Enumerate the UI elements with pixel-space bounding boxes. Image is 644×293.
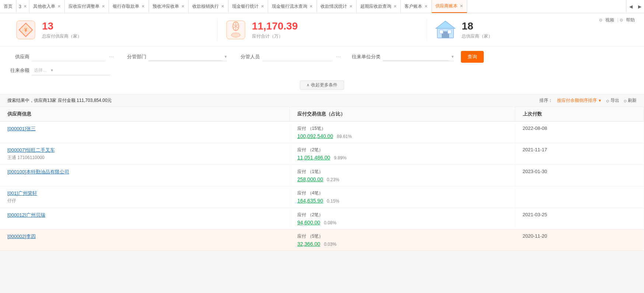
supplier-link-1[interactable]: [000007]恒旺二手叉车 <box>7 147 55 153</box>
supplier-link-4[interactable]: [000012]广州贝瑞 <box>7 212 45 218</box>
close-cash-bank-stat[interactable]: ✕ <box>261 4 264 9</box>
payable-amount-2[interactable]: 258,000.00 <box>297 176 323 182</box>
close-customer-account[interactable]: ✕ <box>424 4 428 9</box>
close-supplier-account[interactable]: ✕ <box>460 4 463 8</box>
payable-amount-0[interactable]: 100,092,540.00 <box>297 133 333 139</box>
close-cash-bank-flow[interactable]: ✕ <box>309 4 313 9</box>
nav-arrows: ◀ ▶ <box>626 0 644 13</box>
tab-home[interactable]: 首页 <box>0 0 17 13</box>
cell-last-pay-2: 2023-01-30 <box>515 165 644 186</box>
tab-cash-bank-stat[interactable]: 现金银行统计 ✕ <box>228 0 268 13</box>
filter-supplier-input[interactable] <box>32 53 105 61</box>
collapse-label: 收起更多条件 <box>311 82 337 88</box>
tab-overdue-collect[interactable]: 超期应收款查询 ✕ <box>357 0 401 13</box>
tab-bank-deposit[interactable]: 银行存取款单 ✕ <box>109 0 149 13</box>
help-link[interactable]: 帮助 <box>626 17 635 23</box>
video-link[interactable]: 视频 <box>605 17 614 23</box>
filter-supplier-more[interactable]: ··· <box>109 54 114 60</box>
nav-arrow-left[interactable]: ◀ <box>626 0 635 13</box>
supplier-link-2[interactable]: [000100]本特勤油品有限公司 <box>7 169 69 175</box>
tab-advance-collect-label: 预收冲应收单 <box>153 3 179 10</box>
close-collect-verify[interactable]: ✕ <box>221 4 224 9</box>
cell-supplier-info-5: [000002]李四 <box>0 230 290 251</box>
tab-advance-collect[interactable]: 预收冲应收单 ✕ <box>149 0 189 13</box>
stat-info-3: 18 总供应商（家） <box>462 20 493 39</box>
stat-icon-2 <box>225 19 247 41</box>
filter-unit-class-dropdown[interactable]: ▼ <box>451 55 454 59</box>
tab-cash-bank-flow[interactable]: 现金银行流水查询 ✕ <box>268 0 317 13</box>
close-advance-collect[interactable]: ✕ <box>181 4 185 9</box>
tab-ap-adjust-label: 应收应付调整单 <box>69 3 99 10</box>
filter-balance-label: 往来余额 <box>7 67 29 74</box>
tab-3[interactable]: 3 ✕ <box>17 0 29 13</box>
stat-icon-1: ¥ <box>15 19 37 41</box>
filter-dept-dropdown-icon[interactable]: ▼ <box>224 55 227 59</box>
table-header: 供应商信息 应付交易信息（占比） 上次付数 <box>0 107 644 121</box>
close-tab-3[interactable]: ✕ <box>24 4 27 9</box>
filter-person-input[interactable] <box>262 53 332 61</box>
payable-amount-1[interactable]: 11,051,486.00 <box>297 155 330 161</box>
payable-amount-4[interactable]: 94,600.00 <box>297 220 320 225</box>
collapse-button[interactable]: ∧ 收起更多条件 <box>300 80 344 90</box>
tab-customer-account-label: 客户账本 <box>405 3 422 10</box>
table-row: [000007]恒旺二手叉车王通 17106110000应付 （2笔）11,05… <box>0 143 644 165</box>
export-label: 导出 <box>610 97 619 104</box>
top-right-links: ⊙ 视频 | ⊙ 帮助 <box>599 17 637 23</box>
supplier-link-5[interactable]: [000002]李四 <box>7 234 36 239</box>
payable-amount-3[interactable]: 164,635.90 <box>297 198 323 204</box>
tab-ap-adjust[interactable]: 应收应付调整单 ✕ <box>65 0 109 13</box>
export-button[interactable]: ○ 导出 <box>606 97 619 104</box>
close-other-income[interactable]: ✕ <box>57 4 61 9</box>
svg-point-9 <box>231 33 240 37</box>
close-ap-adjust[interactable]: ✕ <box>102 4 105 9</box>
payable-label-0: 应付 （15笔） <box>297 125 508 132</box>
filter-person-more[interactable]: ··· <box>336 54 341 60</box>
cell-payable-info-0: 应付 （15笔）100,092,540.0089.61% <box>290 121 515 143</box>
tab-customer-account[interactable]: 客户账本 ✕ <box>401 0 432 13</box>
sort-select[interactable]: 按应付余额倒序排序 ▼ <box>557 97 602 104</box>
stat-icon-3 <box>434 19 456 41</box>
filter-balance-dropdown[interactable]: ▼ <box>50 68 54 72</box>
refresh-label: 刷新 <box>628 97 637 104</box>
filter-balance-placeholder[interactable]: 选择... <box>32 66 49 75</box>
tab-collect-verify[interactable]: 收款核销执行 ✕ <box>189 0 228 13</box>
tab-home-label: 首页 <box>4 3 13 10</box>
search-button[interactable]: 查询 <box>461 51 484 63</box>
supplier-table: 供应商信息 应付交易信息（占比） 上次付数 [000001]张三应付 （15笔）… <box>0 107 644 251</box>
refresh-button[interactable]: ○ 刷新 <box>624 97 637 104</box>
filter-unit-class-input[interactable] <box>383 52 449 61</box>
result-summary-text: 搜索结果中，供应商13家 应付金额 111,703,854.00元 <box>7 98 112 103</box>
filter-unit-class: 往来单位分类 ▼ <box>351 52 454 61</box>
sort-dropdown-icon[interactable]: ▼ <box>598 99 602 103</box>
close-overdue-collect[interactable]: ✕ <box>393 4 397 9</box>
filter-supplier-label: 供应商 <box>7 54 29 60</box>
close-collect-stat[interactable]: ✕ <box>349 4 353 9</box>
nav-arrow-right[interactable]: ▶ <box>635 0 644 13</box>
tab-3-label: 3 <box>19 4 21 9</box>
supplier-sub-3: 仔仔 <box>7 198 282 204</box>
stat-num-3: 18 <box>462 20 493 32</box>
filter-dept-select-wrapper: ▼ <box>148 52 227 61</box>
col-header-supplier: 供应商信息 <box>0 107 290 121</box>
filter-unit-class-label: 往来单位分类 <box>351 54 381 60</box>
supplier-link-0[interactable]: [000001]张三 <box>7 126 36 131</box>
payable-percent-3: 0.15% <box>327 199 339 204</box>
supplier-link-3[interactable]: [001]广州荣轩 <box>7 190 37 196</box>
tab-other-income[interactable]: 其他收入单 ✕ <box>29 0 65 13</box>
svg-rect-13 <box>440 30 443 34</box>
payable-amount-5[interactable]: 32,366.00 <box>297 241 320 247</box>
tab-supplier-account[interactable]: 供应商账本 ✕ <box>432 0 467 13</box>
col-header-last-pay: 上次付数 <box>515 107 644 121</box>
cell-supplier-info-1: [000007]恒旺二手叉车王通 17106110000 <box>0 143 290 165</box>
col-header-payable: 应付交易信息（占比） <box>290 107 515 121</box>
filter-person: 分管人员 ··· <box>238 53 341 61</box>
export-icon: ○ <box>606 98 609 104</box>
stat-info-1: 13 总应付供应商（家） <box>42 20 82 39</box>
tab-collect-stat[interactable]: 收款情况统计 ✕ <box>317 0 357 13</box>
filter-dept-input[interactable] <box>148 52 222 61</box>
cell-last-pay-1: 2021-11-17 <box>515 143 644 165</box>
stat-num-2: 11,170.39 <box>252 20 298 32</box>
tab-overdue-collect-label: 超期应收款查询 <box>360 3 391 10</box>
close-bank-deposit[interactable]: ✕ <box>141 4 145 9</box>
payable-label-4: 应付 （2笔） <box>297 212 508 218</box>
